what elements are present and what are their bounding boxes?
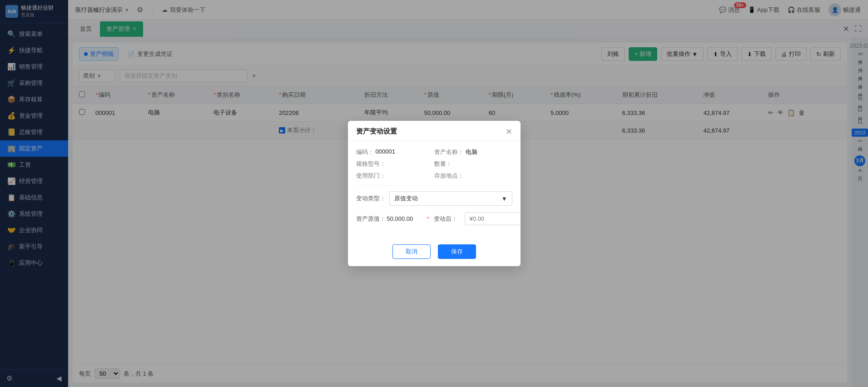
dialog-info-row-2: 规格型号： 数量： bbox=[356, 160, 512, 168]
cancel-button[interactable]: 取消 bbox=[392, 244, 431, 259]
dialog-asset-name-item: 资产名称： 电脑 bbox=[434, 148, 512, 156]
dialog-info-row-1: 编码： 000001 资产名称： 电脑 bbox=[356, 148, 512, 156]
asset-change-dialog: 资产变动设置 ✕ 编码： 000001 资产名称： 电脑 规格型号： bbox=[348, 121, 521, 266]
dialog-title: 资产变动设置 bbox=[356, 127, 397, 136]
change-type-chevron-icon: ▼ bbox=[501, 195, 507, 202]
save-button[interactable]: 保存 bbox=[438, 244, 476, 259]
dialog-overlay[interactable]: 资产变动设置 ✕ 编码： 000001 资产名称： 电脑 规格型号： bbox=[0, 0, 868, 387]
asset-name-value: 电脑 bbox=[466, 148, 477, 156]
dialog-body: 编码： 000001 资产名称： 电脑 规格型号： 数量： bbox=[348, 141, 521, 239]
quantity-label: 数量： bbox=[434, 160, 452, 168]
location-label: 存放地点： bbox=[434, 172, 464, 180]
dept-label: 使用部门： bbox=[356, 172, 386, 180]
dialog-header: 资产变动设置 ✕ bbox=[348, 121, 521, 141]
dialog-info-row-3: 使用部门： 存放地点： bbox=[356, 172, 512, 180]
change-type-row: 变动类型： 原值变动 ▼ bbox=[356, 191, 512, 206]
after-change-required-star: * bbox=[427, 215, 429, 222]
dialog-divider bbox=[356, 185, 512, 186]
dialog-location-item: 存放地点： bbox=[434, 172, 512, 180]
asset-name-label: 资产名称： bbox=[434, 148, 464, 156]
asset-value-label: 资产原值： bbox=[356, 215, 383, 223]
dialog-spec-item: 规格型号： bbox=[356, 160, 434, 168]
dialog-quantity-item: 数量： bbox=[434, 160, 512, 168]
dialog-code-item: 编码： 000001 bbox=[356, 148, 434, 156]
dialog-close-icon[interactable]: ✕ bbox=[506, 128, 512, 136]
change-type-value: 原值变动 bbox=[394, 194, 418, 203]
code-value: 000001 bbox=[376, 148, 395, 156]
spec-label: 规格型号： bbox=[356, 160, 386, 168]
after-change-input[interactable] bbox=[465, 212, 521, 225]
asset-value-row: 资产原值： 50,000.00 * 变动后： bbox=[356, 212, 512, 225]
code-label: 编码： bbox=[356, 148, 374, 156]
change-type-label: 变动类型： bbox=[356, 194, 386, 203]
asset-value-value: 50,000.00 bbox=[387, 215, 423, 222]
dialog-dept-item: 使用部门： bbox=[356, 172, 434, 180]
dialog-footer: 取消 保存 bbox=[348, 239, 521, 266]
after-change-label: 变动后： bbox=[434, 215, 461, 223]
change-type-select[interactable]: 原值变动 ▼ bbox=[389, 191, 512, 206]
